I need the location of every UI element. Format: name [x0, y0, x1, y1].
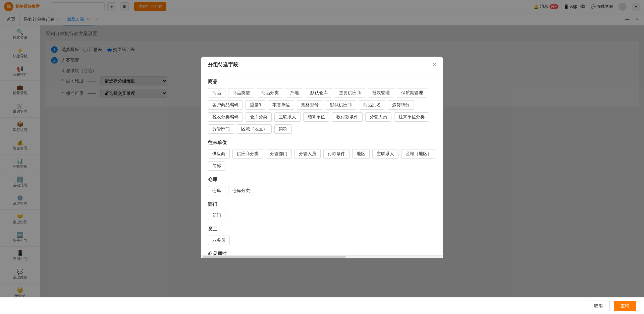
- field-tag-0-6[interactable]: 批次管理: [368, 88, 394, 98]
- field-tag-0-23[interactable]: 区域（地区）: [237, 124, 272, 134]
- field-tag-1-3[interactable]: 分管人员: [294, 149, 321, 159]
- modal-title: 分组待选字段: [208, 62, 238, 68]
- field-tag-1-5[interactable]: 地区: [352, 149, 370, 159]
- field-tags-4: 业务员: [208, 236, 436, 245]
- field-tags-0: 商品商品类型商品分类产地默认仓库主要供应商批次管理保质期管理客户商品编码重量3零…: [208, 88, 436, 134]
- field-tags-2: 仓库仓库分类: [208, 186, 436, 195]
- modal-footer: 取消 查询: [0, 297, 644, 314]
- field-tag-1-8[interactable]: 简称: [208, 161, 225, 171]
- modal-close-btn[interactable]: ×: [432, 61, 436, 68]
- field-tag-0-19[interactable]: 收付款条件: [332, 112, 363, 122]
- field-tag-0-12[interactable]: 默认供应商: [326, 100, 356, 110]
- section-title-5: 商品属性: [208, 251, 436, 255]
- field-tag-3-0[interactable]: 部门: [208, 211, 225, 220]
- cancel-button[interactable]: 取消: [587, 301, 610, 311]
- section-title-0: 商品: [208, 79, 436, 85]
- field-tag-0-11[interactable]: 规格型号: [297, 100, 323, 110]
- field-tag-1-6[interactable]: 主联系人: [372, 149, 398, 159]
- modal-overlay: 分组待选字段 × 商品商品商品类型商品分类产地默认仓库主要供应商批次管理保质期管…: [0, 0, 644, 314]
- field-tag-1-7[interactable]: 区域（地区）: [401, 149, 436, 159]
- field-section-0: 商品商品商品类型商品分类产地默认仓库主要供应商批次管理保质期管理客户商品编码重量…: [208, 79, 436, 134]
- field-tag-0-3[interactable]: 产地: [286, 88, 303, 98]
- confirm-button[interactable]: 查询: [614, 301, 636, 311]
- section-title-4: 员工: [208, 226, 436, 232]
- field-tag-0-22[interactable]: 分管部门: [208, 124, 234, 134]
- horizontal-scrollbar[interactable]: [201, 255, 443, 258]
- field-tag-1-0[interactable]: 供应商: [208, 149, 230, 159]
- field-tag-2-0[interactable]: 仓库: [208, 186, 225, 195]
- section-title-1: 往来单位: [208, 140, 436, 146]
- field-tag-0-16[interactable]: 仓库分类: [246, 112, 272, 122]
- field-tags-3: 部门: [208, 211, 436, 220]
- field-tags-1: 供应商供应商分类分管部门分管人员付款条件地区主联系人区域（地区）简称: [208, 149, 436, 171]
- field-tag-1-2[interactable]: 分管部门: [266, 149, 292, 159]
- modal-header: 分组待选字段 ×: [201, 57, 443, 73]
- field-section-2: 仓库仓库仓库分类: [208, 177, 436, 195]
- field-tag-0-18[interactable]: 结算单位: [303, 112, 329, 122]
- field-tag-1-4[interactable]: 付款条件: [323, 149, 350, 159]
- field-tag-0-13[interactable]: 商品别名: [359, 100, 385, 110]
- field-tag-0-4[interactable]: 默认仓库: [306, 88, 332, 98]
- section-title-2: 仓库: [208, 177, 436, 183]
- field-tag-0-7[interactable]: 保质期管理: [397, 88, 427, 98]
- field-tag-0-10[interactable]: 零售单位: [268, 100, 294, 110]
- field-tag-0-14[interactable]: 炼货积分: [388, 100, 414, 110]
- field-section-5: 商品属性属性颜色多规格尺码鞋码1: [208, 251, 436, 255]
- field-tag-0-21[interactable]: 往来单位分类: [394, 112, 429, 122]
- scrollbar-thumb[interactable]: [203, 256, 346, 258]
- field-tag-0-17[interactable]: 主联系人: [274, 112, 301, 122]
- field-tag-0-0[interactable]: 商品: [208, 88, 225, 98]
- field-section-4: 员工业务员: [208, 226, 436, 245]
- field-tag-0-20[interactable]: 分管人员: [365, 112, 391, 122]
- field-tag-0-2[interactable]: 商品分类: [257, 88, 283, 98]
- section-title-3: 部门: [208, 201, 436, 207]
- field-tag-0-8[interactable]: 客户商品编码: [208, 100, 243, 110]
- field-tag-0-15[interactable]: 税收分类编码: [208, 112, 243, 122]
- field-tag-0-5[interactable]: 主要供应商: [335, 88, 365, 98]
- field-tag-4-0[interactable]: 业务员: [208, 236, 230, 245]
- field-tag-1-1[interactable]: 供应商分类: [232, 149, 263, 159]
- modal-body: 商品商品商品类型商品分类产地默认仓库主要供应商批次管理保质期管理客户商品编码重量…: [201, 73, 443, 255]
- field-section-1: 往来单位供应商供应商分类分管部门分管人员付款条件地区主联系人区域（地区）简称: [208, 140, 436, 171]
- field-select-modal: 分组待选字段 × 商品商品商品类型商品分类产地默认仓库主要供应商批次管理保质期管…: [201, 57, 443, 258]
- field-section-3: 部门部门: [208, 201, 436, 220]
- field-tag-0-24[interactable]: 简称: [274, 124, 292, 134]
- field-tag-2-1[interactable]: 仓库分类: [228, 186, 254, 195]
- field-tag-0-9[interactable]: 重量3: [246, 100, 265, 110]
- field-tag-0-1[interactable]: 商品类型: [228, 88, 254, 98]
